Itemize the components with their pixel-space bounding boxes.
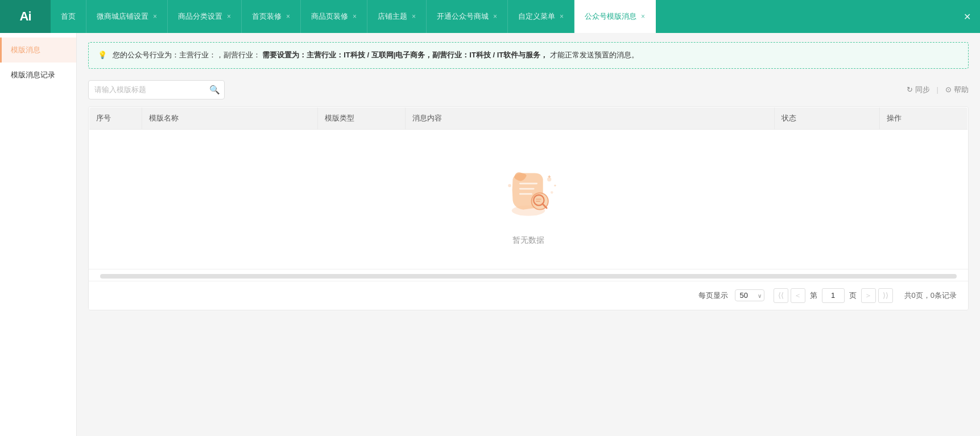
tab-label-template-msg: 公众号模版消息 bbox=[585, 11, 636, 22]
help-icon: ⊙ bbox=[945, 85, 952, 94]
tab-close-product-category[interactable]: × bbox=[227, 13, 231, 20]
table-wrapper: 序号模版名称模版类型消息内容状态操作 bbox=[88, 106, 969, 310]
tab-store-theme[interactable]: 店铺主题× bbox=[367, 0, 427, 33]
notice-prefix: 您的公众号行业为：主营行业：，副营行业： bbox=[113, 51, 260, 59]
divider: | bbox=[937, 85, 938, 94]
per-page-select-wrap: 50 10 20 100 bbox=[735, 289, 764, 301]
tab-close-wsc-store[interactable]: × bbox=[153, 13, 157, 20]
total-text: 共0页，0条记录 bbox=[904, 290, 957, 301]
tab-custom-menu[interactable]: 自定义菜单× bbox=[508, 0, 574, 33]
empty-illustration: ✦ ✦ bbox=[497, 164, 560, 226]
notice-highlight: 需要设置为：主营行业：IT科技 / 互联网|电子商务，副营行业：IT科技 / I… bbox=[262, 51, 548, 59]
page-next-button[interactable]: ＞ bbox=[861, 288, 876, 303]
table-body: ✦ ✦ 暂无数据 bbox=[89, 129, 968, 268]
data-table: 序号模版名称模版类型消息内容状态操作 bbox=[89, 107, 968, 269]
tab-close-store-theme[interactable]: × bbox=[412, 13, 416, 20]
search-actions: ↻ 同步 | ⊙ 帮助 bbox=[907, 85, 969, 95]
tab-home-decor[interactable]: 首页装修× bbox=[242, 0, 301, 33]
col-type: 模版类型 bbox=[317, 107, 406, 129]
help-button[interactable]: ⊙ 帮助 bbox=[945, 85, 969, 95]
page-unit: 页 bbox=[849, 290, 857, 301]
tab-label-open-wechat-mall: 开通公众号商城 bbox=[437, 11, 489, 22]
search-input[interactable] bbox=[88, 80, 225, 99]
sidebar: 模版消息模版消息记录 bbox=[0, 33, 77, 436]
empty-state: ✦ ✦ 暂无数据 bbox=[89, 130, 967, 268]
page-input[interactable] bbox=[822, 288, 845, 303]
bulb-icon: 💡 bbox=[98, 51, 107, 59]
pagination: 每页显示 50 10 20 100 ⟨⟨ ＜ 第 页 ＞ ⟩⟩ bbox=[89, 281, 968, 310]
search-input-wrap: 🔍 bbox=[88, 80, 225, 99]
page-label: 第 bbox=[810, 290, 817, 301]
col-content: 消息内容 bbox=[406, 107, 775, 129]
main-layout: 模版消息模版消息记录 💡 您的公众号行业为：主营行业：，副营行业： 需要设置为：… bbox=[0, 33, 980, 436]
tab-open-wechat-mall[interactable]: 开通公众号商城× bbox=[427, 0, 508, 33]
search-bar: 🔍 ↻ 同步 | ⊙ 帮助 bbox=[88, 80, 969, 99]
tab-label-product-category: 商品分类设置 bbox=[178, 11, 222, 22]
notice-box: 💡 您的公众号行业为：主营行业：，副营行业： 需要设置为：主营行业：IT科技 /… bbox=[88, 42, 969, 69]
page-prev-button[interactable]: ＜ bbox=[791, 288, 805, 303]
tab-bar: Ai 首页微商城店铺设置×商品分类设置×首页装修×商品页装修×店铺主题×开通公众… bbox=[0, 0, 980, 33]
notice-suffix: 才能正常发送预置的消息。 bbox=[550, 51, 639, 59]
tab-label-custom-menu: 自定义菜单 bbox=[518, 11, 555, 22]
tab-close-product-page-decor[interactable]: × bbox=[353, 13, 357, 20]
tab-label-wsc-store: 微商城店铺设置 bbox=[97, 11, 148, 22]
tabs-container: 首页微商城店铺设置×商品分类设置×首页装修×商品页装修×店铺主题×开通公众号商城… bbox=[51, 0, 954, 33]
sidebar-item-template-msg-record[interactable]: 模版消息记录 bbox=[0, 63, 76, 88]
help-label: 帮助 bbox=[954, 85, 969, 95]
col-seq: 序号 bbox=[89, 107, 142, 129]
tab-close-template-msg[interactable]: × bbox=[641, 13, 645, 20]
sync-icon: ↻ bbox=[907, 85, 913, 94]
col-status: 状态 bbox=[775, 107, 880, 129]
svg-text:✦: ✦ bbox=[553, 183, 557, 188]
col-name: 模版名称 bbox=[142, 107, 317, 129]
fake-scrollbar[interactable] bbox=[100, 274, 957, 279]
sync-label: 同步 bbox=[915, 85, 930, 95]
tab-product-category[interactable]: 商品分类设置× bbox=[168, 0, 242, 33]
per-page-select[interactable]: 50 10 20 100 bbox=[735, 289, 764, 301]
tab-home[interactable]: 首页 bbox=[51, 0, 86, 33]
page-last-button[interactable]: ⟩⟩ bbox=[878, 288, 893, 303]
tab-wsc-store[interactable]: 微商城店铺设置× bbox=[86, 0, 168, 33]
tab-label-home-decor: 首页装修 bbox=[252, 11, 282, 22]
sidebar-nav: 模版消息模版消息记录 bbox=[0, 38, 76, 88]
svg-text:✦: ✦ bbox=[547, 173, 552, 179]
table-header: 序号模版名称模版类型消息内容状态操作 bbox=[89, 107, 968, 129]
tab-label-home: 首页 bbox=[61, 11, 76, 22]
tab-close-custom-menu[interactable]: × bbox=[560, 13, 564, 20]
empty-row: ✦ ✦ 暂无数据 bbox=[89, 129, 968, 268]
search-icon[interactable]: 🔍 bbox=[209, 85, 220, 95]
tab-product-page-decor[interactable]: 商品页装修× bbox=[301, 0, 367, 33]
page-first-button[interactable]: ⟨⟨ bbox=[774, 288, 788, 303]
close-all-button[interactable]: ✕ bbox=[954, 11, 980, 22]
sidebar-item-template-msg[interactable]: 模版消息 bbox=[0, 38, 76, 63]
app-logo: Ai bbox=[0, 0, 51, 33]
content-area: 💡 您的公众号行业为：主营行业：，副营行业： 需要设置为：主营行业：IT科技 /… bbox=[77, 33, 980, 436]
scrollbar-area bbox=[89, 269, 968, 281]
tab-close-open-wechat-mall[interactable]: × bbox=[493, 13, 497, 20]
svg-point-9 bbox=[508, 184, 511, 188]
col-action: 操作 bbox=[880, 107, 968, 129]
page-nav: ⟨⟨ ＜ 第 页 ＞ ⟩⟩ bbox=[774, 288, 893, 303]
tab-label-store-theme: 店铺主题 bbox=[378, 11, 407, 22]
tab-template-msg[interactable]: 公众号模版消息× bbox=[574, 0, 656, 33]
tab-label-product-page-decor: 商品页装修 bbox=[311, 11, 348, 22]
per-page-label: 每页显示 bbox=[698, 290, 728, 301]
empty-text: 暂无数据 bbox=[512, 235, 544, 246]
tab-close-home-decor[interactable]: × bbox=[286, 13, 290, 20]
svg-point-11 bbox=[551, 191, 553, 194]
sync-button[interactable]: ↻ 同步 bbox=[907, 85, 930, 95]
